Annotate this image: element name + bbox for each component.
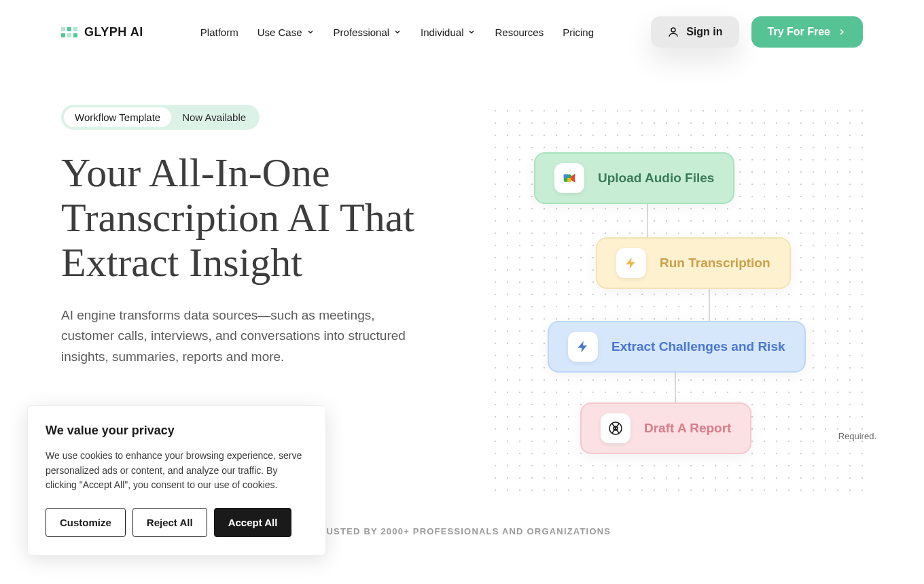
- nav-individual[interactable]: Individual: [421, 27, 476, 38]
- workflow-diagram: Upload Audio Files Run Transcription Ext…: [489, 105, 863, 499]
- logo-text: GLYPH AI: [84, 25, 143, 39]
- cookie-accept-button[interactable]: Accept All: [214, 508, 292, 537]
- workflow-node-label: Run Transcription: [660, 256, 770, 271]
- svg-rect-3: [567, 178, 571, 182]
- workflow-node-label: Upload Audio Files: [598, 171, 714, 186]
- connector-line: [647, 203, 648, 238]
- nav-pricing[interactable]: Pricing: [563, 27, 594, 38]
- pill-text: Now Available: [171, 107, 257, 127]
- connector-line: [675, 372, 676, 404]
- chevron-down-icon: [467, 28, 476, 36]
- header: GLYPH AI Platform Use Case Professional …: [0, 0, 924, 64]
- chevron-right-icon: [837, 27, 847, 37]
- nav-professional[interactable]: Professional: [334, 27, 402, 38]
- cookie-reject-button[interactable]: Reject All: [132, 508, 207, 537]
- workflow-node-upload: Upload Audio Files: [534, 152, 734, 204]
- bolt-icon: [568, 332, 598, 362]
- hero-subtitle: AI engine transforms data sources—such a…: [61, 305, 428, 367]
- logo-mark-icon: [61, 27, 77, 37]
- bolt-icon: [616, 248, 646, 278]
- openai-icon: [601, 413, 630, 443]
- user-icon: [667, 26, 679, 38]
- cookie-customize-button[interactable]: Customize: [46, 508, 126, 537]
- nav-resources[interactable]: Resources: [495, 27, 544, 38]
- cookie-actions: Customize Reject All Accept All: [46, 508, 308, 537]
- workflow-node-label: Draft A Report: [644, 421, 731, 436]
- chevron-down-icon: [306, 28, 315, 36]
- sign-in-button[interactable]: Sign in: [651, 16, 739, 48]
- main-nav: Platform Use Case Professional Individua…: [200, 27, 594, 38]
- workflow-node-report: Draft A Report: [580, 402, 751, 454]
- workflow-node-label: Extract Challenges and Risk: [611, 339, 785, 354]
- cookie-title: We value your privacy: [46, 424, 308, 438]
- logo[interactable]: GLYPH AI: [61, 25, 143, 39]
- svg-point-0: [671, 28, 675, 32]
- hero-title: Your All-In-One Transcription AI That Ex…: [61, 150, 448, 285]
- nav-platform[interactable]: Platform: [200, 27, 238, 38]
- workflow-node-extract: Extract Challenges and Risk: [548, 321, 806, 373]
- header-actions: Sign in Try For Free: [651, 16, 863, 48]
- nav-use-case[interactable]: Use Case: [257, 27, 315, 38]
- connector-line: [709, 287, 710, 322]
- cookie-body: We use cookies to enhance your browsing …: [46, 449, 308, 493]
- google-meet-icon: [554, 163, 584, 193]
- cookie-banner: We value your privacy We use cookies to …: [27, 405, 326, 555]
- svg-rect-2: [564, 175, 568, 179]
- pill-badge: Workflow Template: [64, 107, 171, 127]
- workflow-node-transcription: Run Transcription: [596, 237, 791, 289]
- announcement-pill[interactable]: Workflow Template Now Available: [61, 105, 260, 130]
- svg-marker-4: [571, 174, 575, 183]
- cta-note: Required.: [838, 431, 876, 441]
- chevron-down-icon: [393, 28, 402, 36]
- try-free-button[interactable]: Try For Free: [751, 16, 863, 48]
